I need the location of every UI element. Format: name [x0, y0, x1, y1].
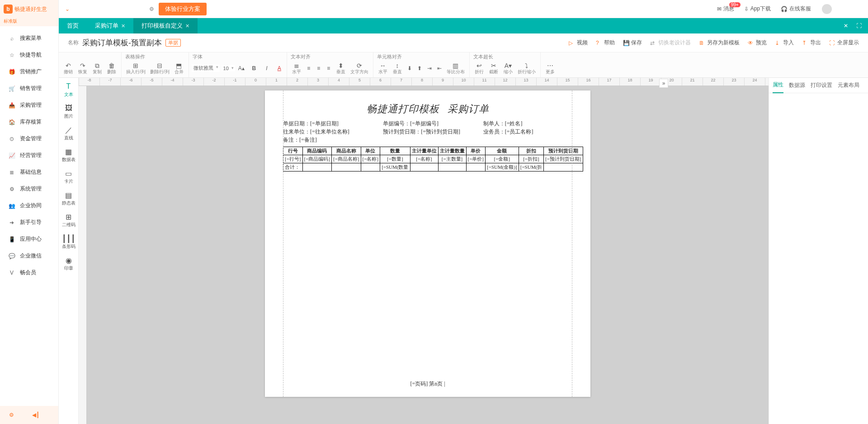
messages-link[interactable]: ✉ 消息 99+ [714, 5, 737, 13]
palette-卡片[interactable]: ▭卡片 [60, 167, 78, 187]
cell-align-button[interactable]: ⇥ [425, 65, 434, 71]
palette-直线[interactable]: ／直线 [60, 123, 78, 144]
panel-tab-3[interactable]: 元素布局 [838, 78, 859, 93]
align-button[interactable]: ≡ [314, 65, 323, 71]
saveas-button[interactable]: 🗎另存为新模板 [699, 39, 740, 47]
panel-collapse-button[interactable]: » [659, 79, 668, 88]
nav-item-11[interactable]: ➜新手引导 [0, 214, 58, 231]
nav-label: 基础信息 [20, 168, 42, 176]
nav-item-7[interactable]: 📈经营管理 [0, 147, 58, 164]
nav-item-14[interactable]: V畅会员 [0, 264, 58, 281]
more-button[interactable]: ⋯更多 [543, 61, 557, 75]
cell-align-button[interactable]: ⬇ [405, 65, 414, 71]
tool-合并[interactable]: ⬒合并 [172, 61, 186, 75]
table-sum-cell: [=SUM(金额)] [486, 163, 519, 172]
close-icon[interactable]: ✕ [121, 23, 125, 29]
tool-label: 水平 [292, 70, 301, 74]
font-grow-button[interactable]: A▴ [237, 65, 246, 71]
ribbon-group-table: 表格操作 ⊞插入行/列⊟删除行/列⬒合并 [122, 52, 189, 77]
tool-折行[interactable]: ↩折行 [472, 61, 486, 75]
import-button[interactable]: ⤓导入 [775, 39, 794, 47]
nav-item-5[interactable]: 🏠库存核算 [0, 114, 58, 130]
preview-button[interactable]: 👁预览 [748, 39, 767, 47]
tool-插入行/列[interactable]: ⊞插入行/列 [124, 61, 147, 75]
tool-垂直[interactable]: ⬍垂直 [334, 61, 348, 75]
ribbon-group-font: 字体 微软雅黑 10 A▴ B I A [189, 52, 287, 77]
help-button[interactable]: ?帮助 [596, 39, 615, 47]
nav-label: 应用中心 [20, 235, 42, 243]
nav-label: 畅会员 [20, 269, 36, 276]
palette-印章[interactable]: ◉印章 [60, 253, 78, 274]
nav-icon: 🎁 [8, 68, 15, 76]
service-link[interactable]: 🎧 在线客服 [778, 5, 814, 13]
palette-数据表[interactable]: ▦数据表 [60, 145, 78, 166]
gear-icon[interactable]: ⚙ [149, 6, 154, 12]
tool-垂直[interactable]: ↕垂直 [391, 61, 404, 75]
font-color-button[interactable]: A [275, 65, 284, 71]
tool-截断[interactable]: ✂截断 [487, 61, 500, 75]
avatar[interactable] [822, 4, 832, 14]
tool-水平[interactable]: ↔水平 [376, 61, 390, 75]
nav-item-10[interactable]: 👥企业协同 [0, 197, 58, 214]
panel-tab-1[interactable]: 数据源 [789, 78, 805, 93]
cell-align-button[interactable]: ⇤ [435, 65, 444, 71]
download-link[interactable]: ⇩ App下载 [741, 5, 774, 13]
tab-1[interactable]: 采购订单✕ [87, 18, 133, 33]
nav-item-3[interactable]: 🛒销售管理 [0, 80, 58, 97]
trial-button[interactable]: 体验行业方案 [159, 3, 207, 15]
tool-复制[interactable]: ⧉复制 [90, 61, 104, 75]
save-button[interactable]: 💾保存 [623, 39, 642, 47]
palette-label: 卡片 [64, 178, 73, 185]
panel-tab-2[interactable]: 打印设置 [811, 78, 832, 93]
align-button[interactable]: ≡ [304, 65, 313, 71]
align-button[interactable]: ≡ [324, 65, 333, 71]
nav-item-4[interactable]: 📥采购管理 [0, 97, 58, 114]
palette-图片[interactable]: 🖼图片 [60, 101, 78, 122]
font-family-select[interactable]: 微软雅黑 [192, 64, 220, 72]
tool-水平[interactable]: ≣水平 [290, 61, 303, 75]
workspace-select[interactable]: ⌄ [63, 6, 145, 12]
video-button[interactable]: ▷视频 [569, 39, 588, 47]
fullscreen-button[interactable]: ⛶全屏显示 [829, 39, 859, 47]
font-size-select[interactable]: 10 [222, 65, 235, 71]
tab-expand-button[interactable]: ⛶ [853, 23, 865, 29]
tool-文字方向[interactable]: ⟳文字方向 [349, 61, 370, 75]
nav-item-13[interactable]: 💬企业微信 [0, 248, 58, 264]
tab-2[interactable]: 打印模板自定义✕ [133, 18, 198, 33]
nav-item-6[interactable]: ⊙资金管理 [0, 130, 58, 147]
settings-icon[interactable]: ⚙ [9, 412, 14, 418]
tab-close-all-button[interactable]: ✕ [840, 23, 852, 29]
palette-静态表[interactable]: ▤静态表 [60, 188, 78, 209]
tool-撤销[interactable]: ↶撤销 [61, 61, 75, 75]
tool-等比分布[interactable]: ▥等比分布 [445, 61, 467, 75]
canvas-scroll[interactable]: 畅捷通打印模板采购订单 单据日期：[=单据日期]单据编号：[=单据编号]制单人：… [87, 86, 769, 424]
meta-field: 备注：[=备注] [283, 136, 572, 144]
table-sum-cell [438, 163, 466, 172]
nav-item-2[interactable]: 🎁营销推广 [0, 63, 58, 80]
collapse-icon[interactable]: ◀┃ [32, 412, 39, 418]
export-button[interactable]: ⤒导出 [802, 39, 821, 47]
tool-删除[interactable]: 🗑删除 [105, 61, 118, 75]
close-icon[interactable]: ✕ [185, 23, 189, 29]
tool-恢复[interactable]: ↷恢复 [76, 61, 90, 75]
palette-文本[interactable]: T文本 [60, 80, 78, 100]
page[interactable]: 畅捷通打印模板采购订单 单据日期：[=单据日期]单据编号：[=单据编号]制单人：… [265, 91, 590, 397]
tab-0[interactable]: 首页 [59, 18, 87, 33]
switch-designer-button[interactable]: ⇄切换老设计器 [650, 39, 691, 47]
messages-badge: 99+ [729, 2, 741, 7]
nav-item-12[interactable]: 📱应用中心 [0, 231, 58, 248]
palette-条形码[interactable]: ┃┃┃条形码 [60, 232, 78, 252]
nav-item-8[interactable]: ≣基础信息 [0, 164, 58, 181]
italic-button[interactable]: I [262, 65, 271, 71]
nav-item-0[interactable]: ⌕搜索菜单 [0, 30, 58, 47]
bold-button[interactable]: B [250, 65, 259, 71]
palette-二维码[interactable]: ⊞二维码 [60, 210, 78, 231]
tool-折行缩小[interactable]: ⤵折行缩小 [516, 61, 538, 75]
nav-item-9[interactable]: ⚙系统管理 [0, 181, 58, 197]
tool-删除行/列[interactable]: ⊟删除行/列 [148, 61, 171, 75]
nav-item-1[interactable]: ☆快捷导航 [0, 47, 58, 63]
panel-tab-0[interactable]: 属性 [773, 77, 783, 93]
cell-align-button[interactable]: ⬆ [415, 65, 424, 71]
palette-icon: ／ [65, 126, 72, 134]
tool-缩小[interactable]: A▾缩小 [501, 61, 515, 75]
